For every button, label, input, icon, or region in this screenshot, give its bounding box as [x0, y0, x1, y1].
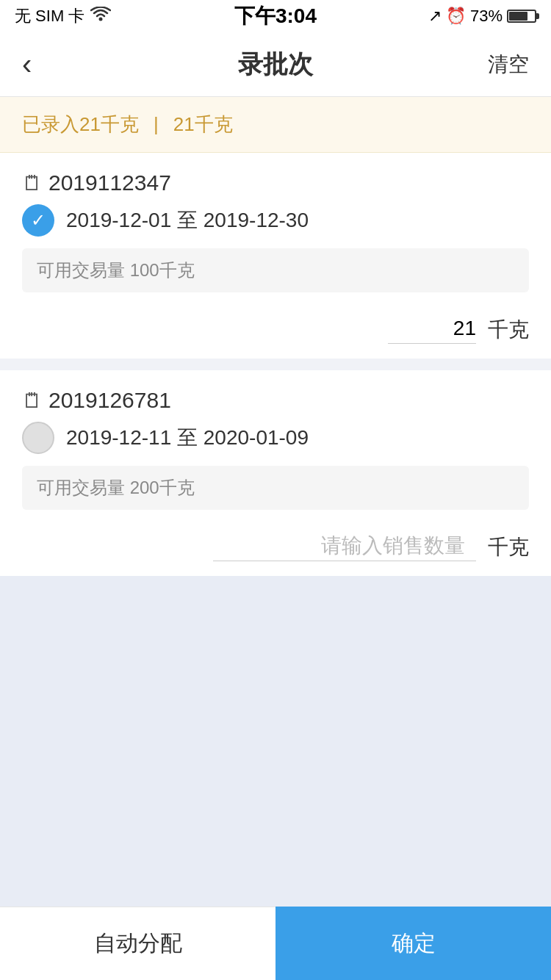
radio-btn-1[interactable]: ✓ — [22, 204, 54, 237]
input-row-2: 千克 — [0, 522, 551, 576]
empty-area — [0, 576, 551, 914]
status-bar: 无 SIM 卡 下午3:04 ↗ ⏰ 73% — [0, 0, 551, 32]
available-qty-1: 可用交易量 100千克 — [22, 248, 529, 292]
batch-id-1: 2019112347 — [48, 170, 171, 195]
nav-bar: ‹ 录批次 清空 — [0, 32, 551, 97]
alarm-icon: ⏰ — [446, 7, 466, 26]
checkmark-1: ✓ — [31, 210, 46, 231]
qty-row-1: 21 千克 — [0, 304, 551, 359]
batch-id-row-2: 🗒 2019126781 — [22, 388, 529, 413]
location-icon: ↗ — [428, 7, 442, 26]
carrier-text: 无 SIM 卡 — [15, 5, 84, 27]
batch-date-1: 2019-12-01 至 2019-12-30 — [66, 206, 309, 234]
batch-date-row-2: 2019-12-11 至 2020-01-09 — [22, 422, 529, 454]
summary-bar: 已录入21千克 | 21千克 — [0, 97, 551, 153]
back-button[interactable]: ‹ — [22, 48, 32, 81]
recorded-text: 已录入21千克 — [22, 112, 139, 137]
batch-id-2: 2019126781 — [48, 388, 171, 413]
batch-item-2: 🗒 2019126781 2019-12-11 至 2020-01-09 可用交… — [0, 370, 551, 576]
battery-percent: 73% — [470, 7, 503, 26]
svg-point-0 — [99, 18, 103, 21]
status-right: ↗ ⏰ 73% — [428, 7, 536, 26]
batch-doc-icon-2: 🗒 — [22, 389, 43, 413]
bottom-buttons: 自动分配 确定 — [0, 907, 551, 980]
batch-id-row-1: 🗒 2019112347 — [22, 170, 529, 195]
status-time: 下午3:04 — [234, 2, 317, 30]
batch-item-1: 🗒 2019112347 ✓ 2019-12-01 至 2019-12-30 可… — [0, 153, 551, 359]
qty-unit-1: 千克 — [488, 316, 529, 344]
batch-date-2: 2019-12-11 至 2020-01-09 — [66, 424, 309, 452]
batch-date-row-1: ✓ 2019-12-01 至 2019-12-30 — [22, 204, 529, 237]
batch-doc-icon-1: 🗒 — [22, 171, 43, 195]
qty-value-1: 21 — [388, 317, 476, 344]
status-left: 无 SIM 卡 — [15, 5, 111, 27]
qty-unit-2: 千克 — [488, 533, 529, 561]
total-text: 21千克 — [173, 112, 233, 137]
section-separator — [0, 359, 551, 370]
clear-button[interactable]: 清空 — [488, 51, 529, 79]
radio-btn-2[interactable] — [22, 422, 54, 454]
available-qty-2: 可用交易量 200千克 — [22, 466, 529, 510]
confirm-button[interactable]: 确定 — [276, 907, 551, 980]
page-title: 录批次 — [238, 48, 313, 82]
battery-icon — [507, 10, 536, 23]
auto-distribute-button[interactable]: 自动分配 — [0, 907, 276, 980]
qty-input-2[interactable] — [213, 534, 476, 561]
wifi-icon — [90, 7, 111, 26]
qty-number-1: 21 — [453, 317, 476, 339]
summary-divider: | — [154, 113, 159, 136]
